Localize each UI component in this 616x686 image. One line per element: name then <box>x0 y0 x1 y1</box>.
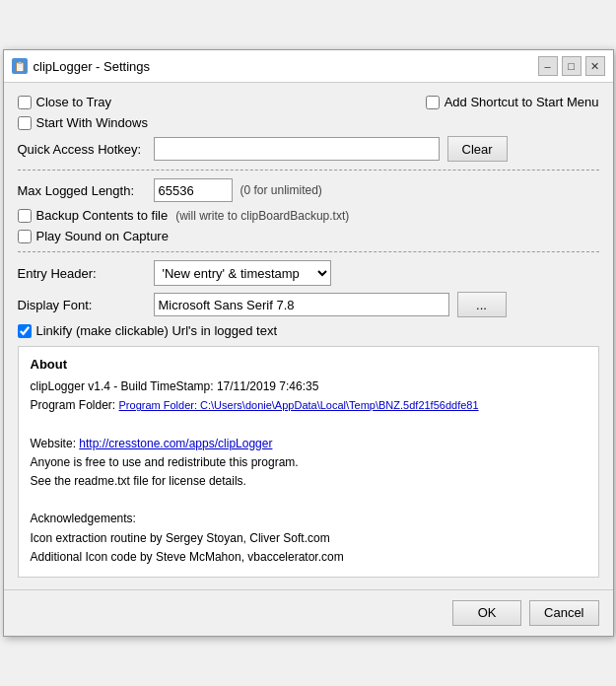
linkify-label[interactable]: Linkify (make clickable) Url's in logged… <box>18 323 278 338</box>
clear-button[interactable]: Clear <box>447 136 508 162</box>
ok-button[interactable]: OK <box>452 600 521 626</box>
about-section: About clipLogger v1.4 - Build TimeStamp:… <box>18 346 599 578</box>
separator-1 <box>18 170 599 171</box>
play-sound-text: Play Sound on Capture <box>36 229 169 243</box>
about-post-4: Icon extraction routine by Sergey Stoyan… <box>31 529 586 548</box>
backup-contents-text: Backup Contents to file <box>36 208 169 223</box>
about-text: clipLogger v1.4 - Build TimeStamp: 17/11… <box>31 377 586 567</box>
title-bar-left: 📋 clipLogger - Settings <box>12 58 151 74</box>
row-linkify: Linkify (make clickable) Url's in logged… <box>18 323 599 338</box>
linkify-checkbox[interactable] <box>18 324 32 338</box>
cancel-button[interactable]: Cancel <box>529 600 598 626</box>
row-start-windows: Start With Windows <box>18 115 599 130</box>
about-line-1: clipLogger v1.4 - Build TimeStamp: 17/11… <box>31 377 586 396</box>
minimize-button[interactable]: – <box>538 56 558 76</box>
hotkey-label: Quick Access Hotkey: <box>18 142 146 157</box>
row-max-logged: Max Logged Length: (0 for unlimited) <box>18 178 599 202</box>
font-browse-button[interactable]: ... <box>457 292 507 317</box>
hotkey-input[interactable] <box>154 137 440 161</box>
play-sound-label[interactable]: Play Sound on Capture <box>18 229 169 243</box>
window-title: clipLogger - Settings <box>34 59 151 74</box>
about-post-5: Additional Icon code by Steve McMahon, v… <box>31 548 586 567</box>
close-to-tray-text: Close to Tray <box>36 95 112 109</box>
row-backup: Backup Contents to file (will write to c… <box>18 208 599 223</box>
website-line: Website: http://cresstone.com/apps/clipL… <box>31 435 586 453</box>
separator-2 <box>18 251 599 252</box>
play-sound-checkbox[interactable] <box>18 230 32 243</box>
entry-header-select[interactable]: 'New entry' & timestamp Timestamp only N… <box>154 260 331 286</box>
close-button[interactable]: ✕ <box>585 56 605 76</box>
start-with-windows-label[interactable]: Start With Windows <box>18 115 148 130</box>
about-title: About <box>31 357 586 372</box>
max-logged-label: Max Logged Length: <box>18 183 146 198</box>
about-post-2: See the readme.txt file for license deta… <box>31 472 586 491</box>
backup-contents-label[interactable]: Backup Contents to file <box>18 208 169 223</box>
program-folder-link[interactable]: Program Folder: C:\Users\donie\AppData\L… <box>119 399 479 411</box>
start-with-windows-checkbox[interactable] <box>18 116 32 130</box>
website-link[interactable]: http://cresstone.com/apps/clipLogger <box>79 437 272 450</box>
display-font-label: Display Font: <box>18 298 146 312</box>
website-prefix: Website: <box>31 437 80 450</box>
row-top-checkboxes: Close to Tray Add Shortcut to Start Menu <box>18 95 599 109</box>
bottom-bar: OK Cancel <box>4 589 613 636</box>
entry-header-label: Entry Header: <box>18 266 146 281</box>
row-entry-header: Entry Header: 'New entry' & timestamp Ti… <box>18 260 599 286</box>
linkify-text: Linkify (make clickable) Url's in logged… <box>36 323 278 338</box>
settings-content: Close to Tray Add Shortcut to Start Menu… <box>4 83 613 589</box>
start-with-windows-text: Start With Windows <box>36 115 148 130</box>
max-logged-input[interactable] <box>154 178 233 202</box>
app-icon: 📋 <box>12 58 28 74</box>
about-post-3: Acknowledgements: <box>31 510 586 528</box>
max-logged-hint: (0 for unlimited) <box>240 183 322 197</box>
window-controls: – □ ✕ <box>538 56 605 76</box>
settings-window: 📋 clipLogger - Settings – □ ✕ Close to T… <box>3 49 614 637</box>
about-line-2: Program Folder: Program Folder: C:\Users… <box>31 396 586 415</box>
row-play-sound: Play Sound on Capture <box>18 229 599 243</box>
display-font-input[interactable] <box>154 293 449 316</box>
close-to-tray-checkbox[interactable] <box>18 96 32 109</box>
about-post-1: Anyone is free to use and redistribute t… <box>31 453 586 472</box>
add-shortcut-label[interactable]: Add Shortcut to Start Menu <box>426 95 599 109</box>
add-shortcut-checkbox[interactable] <box>426 96 440 109</box>
close-to-tray-label[interactable]: Close to Tray <box>18 95 112 109</box>
row-hotkey: Quick Access Hotkey: Clear <box>18 136 599 162</box>
row-display-font: Display Font: ... <box>18 292 599 317</box>
backup-hint: (will write to clipBoardBackup.txt) <box>175 209 349 223</box>
add-shortcut-text: Add Shortcut to Start Menu <box>445 95 599 109</box>
title-bar: 📋 clipLogger - Settings – □ ✕ <box>4 50 613 83</box>
program-folder-label: Program Folder: <box>31 398 119 412</box>
backup-contents-checkbox[interactable] <box>18 209 32 223</box>
maximize-button[interactable]: □ <box>562 56 582 76</box>
